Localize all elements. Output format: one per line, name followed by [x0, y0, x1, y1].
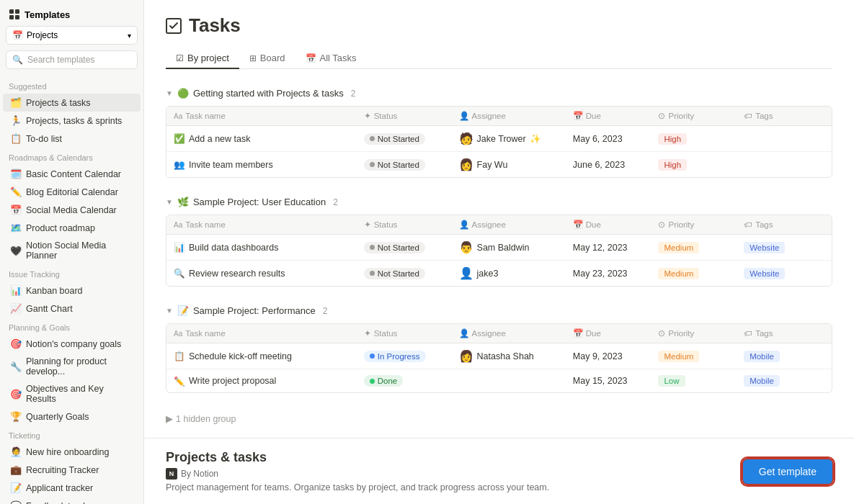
tag-badge: Mobile — [744, 375, 780, 387]
sidebar-item-label: To-do list — [26, 134, 62, 144]
cell-priority: High — [651, 126, 737, 151]
sidebar-item-notion-social[interactable]: 🖤 Notion Social Media Planner — [3, 237, 141, 264]
tab-all-tasks[interactable]: 📅 All Tasks — [295, 48, 367, 69]
group-header: ▼ 📝 Sample Project: Performance 2 — [166, 301, 832, 320]
priority-badge: High — [658, 159, 687, 171]
view-tabs: ☑ By project ⊞ Board 📅 All Tasks — [166, 48, 832, 69]
sidebar-item-gantt[interactable]: 📈 Gantt Chart — [3, 300, 141, 318]
cell-priority: Medium — [651, 261, 737, 286]
row-emoji: 🔍 — [174, 268, 185, 279]
cell-status: Not Started — [357, 235, 452, 260]
sidebar-item-feedback[interactable]: 💬 Feedback tracker — [3, 497, 141, 504]
chevron-down-icon: ▾ — [128, 32, 131, 40]
avatar: 👩 — [459, 349, 473, 363]
table-row[interactable]: 🔍 Review research results Not Started 👤 … — [166, 261, 832, 286]
group-name: Getting started with Projects & tasks — [193, 88, 344, 99]
sidebar-item-label: Gantt Chart — [26, 304, 73, 314]
toggle-icon[interactable]: ▼ — [166, 198, 173, 206]
sidebar-item-recruiting[interactable]: 💼 Recruiting Tracker — [3, 461, 141, 479]
col-task-name: Aa Task name — [166, 324, 357, 343]
status-dot — [370, 136, 375, 141]
col-task-name: Aa Task name — [166, 215, 357, 234]
emoji-icon: 🏆 — [10, 411, 22, 422]
status-icon: ✦ — [364, 111, 371, 121]
aa-icon: Aa — [174, 112, 182, 120]
col-due: 📅 Due — [566, 324, 651, 343]
sidebar-item-projects-sprints[interactable]: 🏃 Projects, tasks & sprints — [3, 112, 141, 130]
col-status: ✦ Status — [357, 324, 452, 343]
table-row[interactable]: 📋 Schedule kick-off meeting In Progress … — [166, 343, 832, 369]
section-label-planning: Planning & Goals — [0, 318, 143, 335]
svg-rect-3 — [15, 15, 19, 19]
page-title-row: Tasks — [166, 14, 832, 37]
sidebar-item-quarterly[interactable]: 🏆 Quarterly Goals — [3, 408, 141, 426]
group-emoji: 🟢 — [177, 88, 189, 99]
table-row[interactable]: 📊 Build data dashboards Not Started 👨 Sa… — [166, 235, 832, 261]
sidebar-item-product-dev[interactable]: 🔧 Planning for product develop... — [3, 353, 141, 380]
footer-title: Projects & tasks — [166, 450, 549, 465]
cell-task-name: 🔍 Review research results — [166, 261, 357, 286]
search-box[interactable]: 🔍 Search templates — [6, 50, 138, 69]
toggle-icon[interactable]: ▼ — [166, 307, 173, 315]
task-table-performance: Aa Task name ✦ Status 👤 Assignee 📅 Due — [166, 323, 832, 393]
cell-priority: High — [651, 152, 737, 177]
priority-icon: ⊙ — [658, 111, 665, 121]
sidebar-item-okr[interactable]: 🎯 Objectives and Key Results — [3, 380, 141, 408]
priority-badge: Medium — [658, 242, 699, 253]
sidebar-item-todo[interactable]: 📋 To-do list — [3, 130, 141, 148]
priority-badge: Medium — [658, 351, 699, 362]
table-row[interactable]: ✅ Add a new task Not Started 🧑 Jake Trow… — [166, 126, 832, 152]
task-name-text: Write project proposal — [189, 376, 276, 386]
status-icon: ✦ — [364, 328, 371, 338]
col-priority: ⊙ Priority — [651, 107, 737, 125]
emoji-icon: 📅 — [10, 204, 22, 215]
status-dot — [370, 271, 375, 276]
sidebar-item-product-roadmap[interactable]: 🗺️ Product roadmap — [3, 219, 141, 237]
due-date: May 6, 2023 — [573, 134, 623, 144]
task-name-text: Schedule kick-off meeting — [189, 351, 292, 361]
sidebar-item-company-goals[interactable]: 🎯 Notion's company goals — [3, 335, 141, 353]
status-badge: Not Started — [364, 268, 425, 279]
sidebar-item-onboarding[interactable]: 🧑‍💼 New hire onboarding — [3, 443, 141, 461]
row-emoji: 📊 — [174, 242, 185, 253]
emoji-icon: 📋 — [10, 133, 22, 144]
table-row[interactable]: ✏️ Write project proposal Done May 15, 2… — [166, 369, 832, 392]
sidebar-item-basic-content[interactable]: 🗓️ Basic Content Calendar — [3, 165, 141, 183]
sidebar-item-applicant[interactable]: 📝 Applicant tracker — [3, 479, 141, 497]
cell-tags: Mobile — [737, 369, 832, 392]
footer-info: Projects & tasks N By Notion Project man… — [166, 450, 549, 492]
tag-icon: 🏷 — [744, 112, 752, 120]
main-content: Tasks ☑ By project ⊞ Board 📅 All Tasks ▼… — [144, 0, 854, 438]
toggle-icon: ▶ — [166, 413, 173, 424]
row-emoji: 👥 — [174, 159, 185, 170]
sidebar-item-social-media[interactable]: 📅 Social Media Calendar — [3, 201, 141, 219]
cell-status: Not Started — [357, 152, 452, 177]
person-icon: 👤 — [459, 111, 469, 121]
projects-dropdown[interactable]: 📅 Projects ▾ — [6, 26, 138, 45]
sidebar-item-projects-tasks[interactable]: 🗂️ Projects & tasks — [3, 94, 141, 112]
cell-task-name: ✅ Add a new task — [166, 126, 357, 151]
emoji-icon: 🔧 — [10, 361, 22, 372]
toggle-icon[interactable]: ▼ — [166, 89, 173, 97]
tab-board[interactable]: ⊞ Board — [239, 48, 295, 69]
hidden-group[interactable]: ▶ 1 hidden group — [166, 408, 832, 430]
cell-status: Done — [357, 369, 452, 392]
cell-tags: Website — [737, 261, 832, 286]
tab-label: Board — [260, 53, 285, 63]
group-count: 2 — [333, 197, 338, 207]
svg-rect-1 — [15, 9, 19, 14]
get-template-button[interactable]: Get template — [743, 459, 832, 484]
status-dot — [370, 245, 375, 250]
sidebar-item-blog-editorial[interactable]: ✏️ Blog Editorial Calendar — [3, 183, 141, 201]
avatar: 👨 — [459, 240, 473, 254]
tab-by-project[interactable]: ☑ By project — [166, 48, 239, 69]
sidebar-item-label: Basic Content Calendar — [26, 169, 121, 179]
avatar: 👤 — [459, 266, 473, 280]
col-tags: 🏷 Tags — [737, 107, 832, 125]
sidebar-item-kanban[interactable]: 📊 Kanban board — [3, 282, 141, 300]
table-row[interactable]: 👥 Invite team members Not Started 👩 Fay … — [166, 152, 832, 177]
status-badge: Not Started — [364, 159, 425, 171]
tag-badge: Mobile — [744, 351, 780, 362]
col-due: 📅 Due — [566, 107, 651, 125]
cell-assignee: 👩 Natasha Shah — [452, 343, 566, 369]
